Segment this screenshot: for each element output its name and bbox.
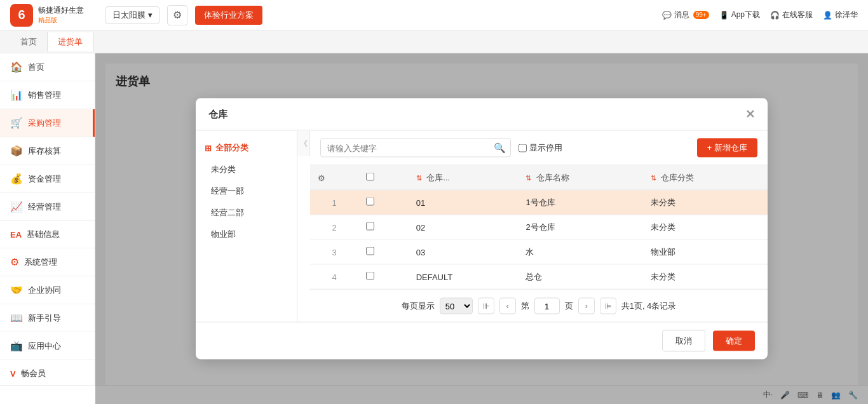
sidebar-item-enterprise[interactable]: 🤝 企业协同 bbox=[0, 276, 95, 304]
col-name-header: ⇅ 仓库名称 bbox=[518, 166, 642, 191]
row-category-1: 未分类 bbox=[643, 190, 768, 215]
search-icon[interactable]: 🔍 bbox=[494, 142, 506, 154]
row-code-2: 02 bbox=[409, 215, 519, 239]
guide-icon: 📖 bbox=[10, 312, 23, 324]
table-row[interactable]: 2 02 2号仓库 未分类 bbox=[310, 215, 768, 239]
logo-text: 畅捷通好生意 精品版 bbox=[38, 6, 84, 24]
row-name-4: 总仓 bbox=[518, 264, 642, 289]
user-item[interactable]: 👤 徐泽华 bbox=[823, 10, 858, 20]
sidebar-item-home[interactable]: 🏠 首页 bbox=[0, 53, 95, 81]
category-panel: ⊞ 全部分类 未分类 经营一部 经营二部 物业部 bbox=[196, 131, 297, 322]
app-download-item[interactable]: 📱 App下载 bbox=[719, 10, 760, 20]
cancel-button[interactable]: 取消 bbox=[662, 330, 705, 352]
app-icon: 📱 bbox=[719, 11, 729, 20]
confirm-button[interactable]: 确定 bbox=[713, 331, 755, 351]
show-disabled-checkbox[interactable] bbox=[519, 144, 527, 152]
sidebar-item-system[interactable]: ⚙ 系统管理 bbox=[0, 248, 95, 276]
warehouse-data-table: ⚙ ⇅ 仓库... bbox=[310, 166, 768, 290]
collapse-category-button[interactable]: 《 bbox=[297, 131, 310, 156]
col-category-header: ⇅ 仓库分类 bbox=[643, 166, 768, 191]
row-code-4: DEFAULT bbox=[409, 264, 519, 289]
enterprise-icon: 🤝 bbox=[10, 284, 23, 296]
sidebar-item-sales[interactable]: 📊 销售管理 bbox=[0, 81, 95, 109]
basicinfo-icon: EA bbox=[10, 230, 22, 239]
select-all-checkbox[interactable] bbox=[366, 173, 374, 181]
modal-close-button[interactable]: ✕ bbox=[745, 107, 755, 121]
message-item[interactable]: 💬 消息 99+ bbox=[662, 10, 709, 20]
sort-icon: ⇅ bbox=[416, 174, 422, 182]
gear-icon: ⚙ bbox=[173, 9, 182, 21]
pagination: 每页显示 50 100 ⊪ ‹ 第 页 › ⊫ 共1页, 4条记录 bbox=[310, 290, 768, 322]
page-number-input[interactable] bbox=[534, 298, 560, 314]
system-icon: ⚙ bbox=[10, 256, 19, 268]
row-checkbox-3[interactable] bbox=[358, 239, 408, 264]
page-suffix: 页 bbox=[565, 300, 573, 312]
sidebar-item-inventory[interactable]: 📦 库存核算 bbox=[0, 137, 95, 165]
row-code-1: 01 bbox=[409, 190, 519, 215]
category-item-unclassified[interactable]: 未分类 bbox=[196, 159, 297, 180]
nav-tabs: 首页 进货单 bbox=[0, 30, 868, 53]
modal-body: ⊞ 全部分类 未分类 经营一部 经营二部 物业部 《 bbox=[196, 131, 768, 322]
category-item-property[interactable]: 物业部 bbox=[196, 224, 297, 245]
mgmt-icon: 📈 bbox=[10, 201, 23, 213]
service-item[interactable]: 🎧 在线客服 bbox=[770, 10, 813, 20]
col-code-header: ⇅ 仓库... bbox=[409, 166, 519, 191]
table-row[interactable]: 4 DEFAULT 总仓 未分类 bbox=[310, 264, 768, 289]
last-page-button[interactable]: ⊫ bbox=[600, 298, 616, 314]
search-input-wrap: 🔍 bbox=[320, 138, 511, 158]
sidebar-item-guide[interactable]: 📖 新手引导 bbox=[0, 304, 95, 332]
prev-page-button[interactable]: ‹ bbox=[499, 298, 516, 314]
header-right: 💬 消息 99+ 📱 App下载 🎧 在线客服 👤 徐泽华 bbox=[662, 10, 858, 20]
page-label: 第 bbox=[521, 300, 529, 312]
sidebar-item-management[interactable]: 📈 经营管理 bbox=[0, 193, 95, 221]
modal-header: 仓库 ✕ bbox=[196, 98, 768, 131]
sidebar-item-basic-info[interactable]: EA 基础信息 bbox=[0, 221, 95, 248]
per-page-select[interactable]: 50 100 bbox=[440, 298, 473, 314]
sales-icon: 📊 bbox=[10, 89, 23, 101]
first-page-button[interactable]: ⊪ bbox=[478, 298, 494, 314]
warehouse-table: ⚙ ⇅ 仓库... bbox=[310, 166, 768, 290]
chevron-left-icon: 《 bbox=[300, 138, 308, 149]
new-warehouse-button[interactable]: + 新增仓库 bbox=[697, 138, 757, 158]
category-item-ops2[interactable]: 经营二部 bbox=[196, 202, 297, 224]
apps-icon: 📺 bbox=[10, 340, 23, 352]
row-checkbox-4[interactable] bbox=[358, 264, 408, 289]
sort-icon2: ⇅ bbox=[526, 174, 531, 182]
header-center: 日太阳膜 ▾ ⚙ 体验行业方案 bbox=[105, 5, 662, 25]
table-toolbar: 🔍 显示停用 + 新增仓库 bbox=[310, 131, 768, 166]
category-header[interactable]: ⊞ 全部分类 bbox=[196, 137, 297, 159]
logo-icon: 6 bbox=[10, 4, 33, 27]
inventory-icon: 📦 bbox=[10, 145, 23, 157]
settings-icon: ⚙ bbox=[318, 173, 325, 182]
table-panel: 🔍 显示停用 + 新增仓库 bbox=[310, 131, 768, 322]
sidebar: 🏠 首页 📊 销售管理 🛒 采购管理 📦 库存核算 💰 资金管理 📈 经营管理 … bbox=[0, 53, 95, 404]
row-checkbox-1[interactable] bbox=[358, 190, 408, 215]
home-icon: 🏠 bbox=[10, 61, 23, 73]
sidebar-item-purchase[interactable]: 🛒 采购管理 bbox=[0, 109, 95, 137]
search-input[interactable] bbox=[320, 138, 511, 158]
row-category-3: 物业部 bbox=[643, 239, 768, 264]
row-num-3: 3 bbox=[310, 239, 358, 264]
store-selector[interactable]: 日太阳膜 ▾ bbox=[105, 6, 159, 24]
per-page-label: 每页显示 bbox=[402, 300, 435, 312]
row-num-4: 4 bbox=[310, 264, 358, 289]
table-row[interactable]: 3 03 水 物业部 bbox=[310, 239, 768, 264]
gear-button[interactable]: ⚙ bbox=[167, 5, 187, 25]
row-code-3: 03 bbox=[409, 239, 519, 264]
tab-home[interactable]: 首页 bbox=[10, 32, 48, 51]
table-row[interactable]: 1 01 1号仓库 未分类 bbox=[310, 190, 768, 215]
trial-button[interactable]: 体验行业方案 bbox=[195, 6, 262, 25]
category-item-ops1[interactable]: 经营一部 bbox=[196, 180, 297, 202]
sidebar-item-vip[interactable]: V 畅会员 bbox=[0, 360, 95, 387]
vip-icon: V bbox=[10, 369, 16, 379]
tab-purchase[interactable]: 进货单 bbox=[48, 32, 93, 51]
row-num-2: 2 bbox=[310, 215, 358, 239]
next-page-button[interactable]: › bbox=[578, 298, 595, 314]
row-checkbox-2[interactable] bbox=[358, 215, 408, 239]
message-icon: 💬 bbox=[662, 11, 672, 20]
user-avatar: 👤 bbox=[823, 11, 832, 20]
top-header: 6 畅捷通好生意 精品版 日太阳膜 ▾ ⚙ 体验行业方案 💬 消息 99+ 📱 … bbox=[0, 0, 868, 30]
sidebar-item-apps[interactable]: 📺 应用中心 bbox=[0, 332, 95, 360]
sidebar-item-finance[interactable]: 💰 资金管理 bbox=[0, 165, 95, 193]
show-disabled-label[interactable]: 显示停用 bbox=[519, 142, 562, 154]
